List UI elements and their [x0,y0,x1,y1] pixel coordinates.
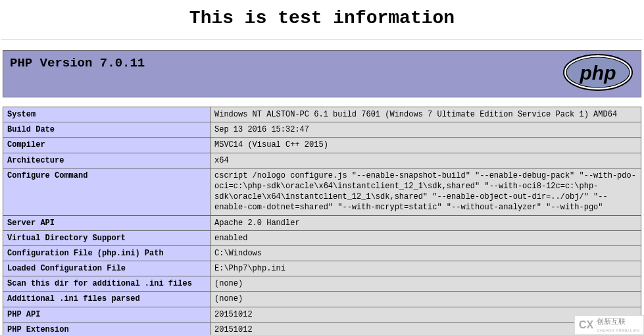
info-value: Windows NT ALSTON-PC 6.1 build 7601 (Win… [211,107,641,122]
info-value: cscript /nologo configure.js "--enable-s… [211,168,641,215]
table-row: Architecturex64 [3,153,641,168]
table-row: Loaded Configuration FileE:\Php7\php.ini [3,261,641,276]
table-row: PHP Extension20151012 [3,322,641,335]
table-row: Build DateSep 13 2016 15:32:47 [3,122,641,138]
divider [1,39,643,39]
info-label: Additional .ini files parsed [3,292,211,307]
info-label: System [3,107,211,122]
table-row: SystemWindows NT ALSTON-PC 6.1 build 760… [3,107,641,122]
info-value: E:\Php7\php.ini [211,261,641,276]
watermark-logo-icon: CX [579,319,593,331]
info-value: Sep 13 2016 15:32:47 [211,122,641,138]
info-label: Compiler [3,138,211,153]
info-label: Configure Command [3,168,211,215]
watermark: CX 创新互联 CHUANG XINHU LIAN [574,315,644,335]
content-area: PHP Version 7.0.11 php SystemWindows NT … [0,50,644,335]
svg-text:php: php [580,62,616,84]
info-label: Architecture [3,153,211,168]
info-value: MSVC14 (Visual C++ 2015) [211,138,641,153]
page-title: This is test information [0,0,644,39]
info-label: Build Date [3,122,211,138]
table-row: Configuration File (php.ini) PathC:\Wind… [3,245,641,261]
info-value: enabled [211,230,641,245]
info-label: PHP API [3,307,211,322]
watermark-text: 创新互联 CHUANG XINHU LIAN [597,317,639,333]
info-value: (none) [211,276,641,292]
table-row: Scan this dir for additional .ini files(… [3,276,641,292]
watermark-main: 创新互联 [597,317,626,325]
info-label: Scan this dir for additional .ini files [3,276,211,292]
table-row: CompilerMSVC14 (Visual C++ 2015) [3,138,641,153]
watermark-sub: CHUANG XINHU LIAN [597,328,639,332]
info-label: Virtual Directory Support [3,230,211,245]
info-value: Apache 2.0 Handler [211,215,641,230]
php-version-label: PHP Version 7.0.11 [10,55,145,70]
info-value: C:\Windows [211,245,641,261]
table-row: PHP API20151012 [3,307,641,322]
table-row: Additional .ini files parsed(none) [3,292,641,307]
info-label: Loaded Configuration File [3,261,211,276]
php-version-banner: PHP Version 7.0.11 php [3,50,641,97]
phpinfo-table: SystemWindows NT ALSTON-PC 6.1 build 760… [3,107,641,335]
table-row: Configure Commandcscript /nologo configu… [3,168,641,215]
info-label: Configuration File (php.ini) Path [3,245,211,261]
info-label: PHP Extension [3,322,211,335]
info-value: x64 [211,153,641,168]
info-label: Server API [3,215,211,230]
table-row: Virtual Directory Supportenabled [3,230,641,245]
php-logo-icon: php [562,53,634,94]
table-row: Server APIApache 2.0 Handler [3,215,641,230]
info-value: (none) [211,292,641,307]
